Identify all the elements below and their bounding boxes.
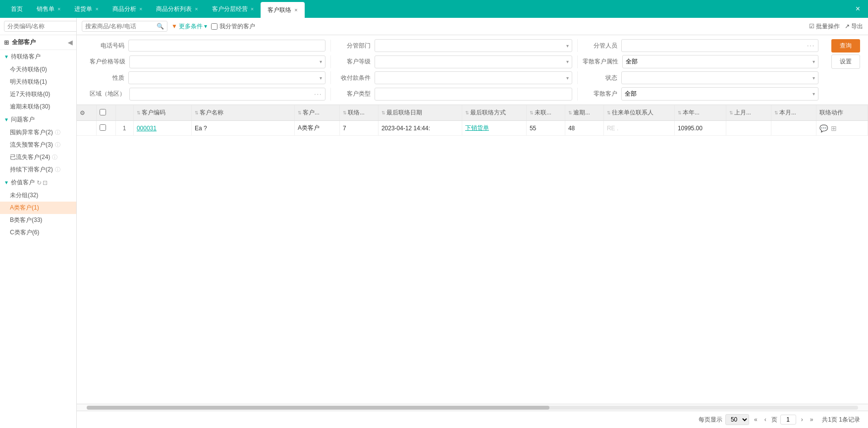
info-icon-declining: ⓘ	[55, 166, 60, 173]
nav-sales[interactable]: 销售单 ×	[30, 0, 67, 18]
retail-select[interactable]: 全部 ▾	[621, 87, 818, 101]
manager-select[interactable]: ···	[621, 39, 818, 52]
phone-input[interactable]	[128, 40, 326, 52]
dept-select[interactable]: ▾	[375, 39, 572, 52]
col-checkbox	[96, 105, 115, 121]
filter-search-icon[interactable]: 🔍	[157, 23, 164, 30]
close-purchase-icon[interactable]: ×	[95, 6, 98, 12]
hscroll-track[interactable]	[87, 406, 858, 410]
filter-search-input[interactable]	[85, 23, 155, 30]
per-page-select[interactable]: 50	[725, 414, 749, 425]
next-page-button[interactable]: ›	[799, 415, 805, 424]
cell-last-method[interactable]: 下销货单	[462, 121, 526, 136]
chat-action-icon[interactable]: 💬	[819, 124, 828, 132]
col-sort-this-month: ⇅	[774, 110, 778, 115]
col-unit-contact[interactable]: ⇅ 往来单位联系人	[603, 105, 674, 121]
nav-customer-contact[interactable]: 客户联络 ×	[261, 2, 304, 18]
close-analysis-list-icon[interactable]: ×	[195, 6, 198, 12]
more-action-icon[interactable]: ⊞	[831, 124, 837, 132]
nav-customer-segment[interactable]: 客户分层经营 ×	[205, 0, 261, 18]
close-segment-icon[interactable]: ×	[251, 6, 254, 12]
sidebar-search-input[interactable]	[4, 21, 77, 32]
customer-type-select[interactable]	[375, 88, 572, 101]
col-contact[interactable]: ⇅ 联络...	[339, 105, 378, 121]
nav-home[interactable]: 首页	[4, 0, 30, 18]
sidebar-group-value[interactable]: ▼ 价值客户 ↻ ⊡	[0, 176, 76, 189]
pagination: 每页显示 50 « ‹ 页 › » 共1页 1条记录	[77, 411, 868, 428]
filter-my-customer[interactable]: 我分管的客户	[211, 22, 255, 31]
filter-more-button[interactable]: ▼ 更多条件 ▾	[171, 22, 207, 31]
sidebar-item-a-class[interactable]: A类客户(1)	[0, 202, 76, 214]
close-contact-icon[interactable]: ×	[294, 7, 297, 13]
sidebar-item-today[interactable]: 今天待联络(0)	[0, 63, 76, 76]
col-last-method[interactable]: ⇅ 最后联络方式	[462, 105, 526, 121]
close-sales-icon[interactable]: ×	[57, 6, 60, 12]
price-grade-select[interactable]: ▾	[129, 55, 326, 68]
table-area: ⚙ ⇅ 客户编码	[77, 105, 868, 404]
bulk-op-button[interactable]: ☑ 批量操作	[809, 22, 840, 31]
refresh-icon[interactable]: ↻	[37, 179, 42, 186]
col-sort-contact: ⇅	[343, 110, 347, 115]
export-button[interactable]: ↗ 导出	[845, 22, 863, 31]
content-area: 🔍 ▼ 更多条件 ▾ 我分管的客户 ☑ 批量操作 ↗ 导出	[77, 18, 868, 428]
sidebar-item-c-class[interactable]: C类客户(6)	[0, 226, 76, 239]
sidebar-all-customers[interactable]: ⊞ 全部客户 ◀	[0, 35, 76, 50]
filter-field-payment: 收付款条件 ▾	[331, 71, 577, 84]
sidebar-item-b-class[interactable]: B类客户(33)	[0, 214, 76, 226]
row-checkbox[interactable]	[100, 124, 106, 131]
settings-gear-icon[interactable]: ⚙	[80, 109, 85, 116]
filter-row-2: 客户价格等级 ▾ 客户等级 ▾	[85, 55, 823, 68]
close-analysis-icon[interactable]: ×	[139, 6, 142, 12]
setting-button[interactable]: 设置	[831, 54, 860, 69]
col-last-month[interactable]: ⇅ 上月...	[726, 105, 771, 121]
my-customer-checkbox[interactable]	[211, 23, 217, 30]
nav-purchase[interactable]: 进货单 ×	[67, 0, 105, 18]
sidebar-item-overdue[interactable]: 逾期未联络(30)	[0, 101, 76, 113]
table-header-row: ⚙ ⇅ 客户编码	[77, 105, 868, 121]
col-sort-no-contact: ⇅	[530, 110, 534, 115]
sidebar-item-lost[interactable]: 已流失客户(24) ⓘ	[0, 151, 76, 163]
status-arrow-icon: ▾	[813, 75, 815, 81]
filter-field-status: 状态 ▾	[578, 71, 823, 84]
data-table: ⚙ ⇅ 客户编码	[77, 105, 868, 136]
col-last-date[interactable]: ⇅ 最后联络日期	[378, 105, 462, 121]
sidebar-item-tomorrow[interactable]: 明天待联络(1)	[0, 76, 76, 88]
nav-analysis-list[interactable]: 商品分析列表 ×	[149, 0, 205, 18]
page-input[interactable]	[780, 415, 796, 425]
col-type[interactable]: ⇅ 客户...	[294, 105, 339, 121]
query-button[interactable]: 查询	[831, 39, 860, 53]
last-page-button[interactable]: »	[808, 415, 815, 424]
col-code[interactable]: ⇅ 客户编码	[133, 105, 191, 121]
prev-page-button[interactable]: ‹	[762, 415, 768, 424]
payment-select[interactable]: ▾	[375, 71, 572, 84]
col-this-year[interactable]: ⇅ 本年...	[674, 105, 726, 121]
col-overdue[interactable]: ⇅ 逾期...	[565, 105, 603, 121]
collapse-icon[interactable]: ◀	[68, 39, 72, 46]
sidebar-item-hoard[interactable]: 囤购异常客户(2) ⓘ	[0, 126, 76, 139]
add-icon[interactable]: ⊡	[43, 179, 48, 186]
region-select[interactable]: ···	[129, 88, 326, 101]
col-settings[interactable]: ⚙	[77, 105, 96, 121]
sidebar-item-7days[interactable]: 近7天待联络(0)	[0, 88, 76, 101]
nav-analysis[interactable]: 商品分析 ×	[106, 0, 149, 18]
sidebar-item-declining[interactable]: 持续下滑客户(2) ⓘ	[0, 163, 76, 176]
sidebar-group-pending[interactable]: ▼ 待联络客户	[0, 50, 76, 63]
cell-last-month	[726, 121, 771, 136]
col-no-contact[interactable]: ⇅ 未联...	[526, 105, 565, 121]
sidebar-item-loss-warn[interactable]: 流失预警客户(3) ⓘ	[0, 139, 76, 151]
retail-attr-select[interactable]: 全部 ▾	[622, 55, 818, 68]
col-this-month[interactable]: ⇅ 本月...	[771, 105, 816, 121]
customer-grade-select[interactable]: ▾	[375, 55, 572, 68]
cell-settings	[77, 121, 96, 136]
sidebar-item-ungroup[interactable]: 未分组(32)	[0, 189, 76, 202]
col-name[interactable]: ⇅ 客户名称	[191, 105, 294, 121]
select-all-checkbox[interactable]	[100, 109, 106, 115]
status-select[interactable]: ▾	[621, 71, 818, 84]
global-close-button[interactable]: ×	[852, 4, 864, 13]
nature-select[interactable]: ▾	[128, 71, 326, 84]
sidebar-group-problem[interactable]: ▼ 问题客户	[0, 113, 76, 126]
horizontal-scrollbar[interactable]	[77, 404, 868, 411]
first-page-button[interactable]: «	[752, 415, 760, 424]
cell-code[interactable]: 000031	[133, 121, 191, 136]
hscroll-thumb[interactable]	[87, 406, 549, 410]
